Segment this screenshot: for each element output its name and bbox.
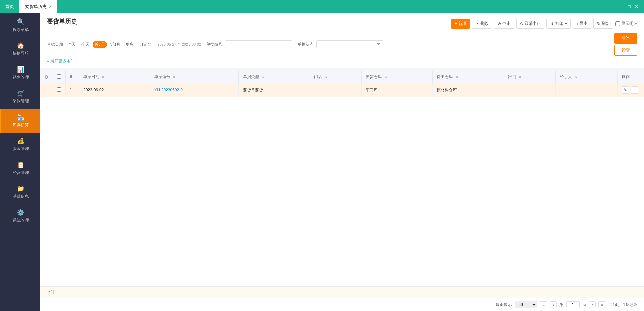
date-btn-yesterday[interactable]: 昨天 <box>66 41 78 48</box>
index-column-header: # <box>66 71 79 83</box>
doc-number-input[interactable] <box>225 40 292 48</box>
column-settings-icon[interactable]: ⚙ <box>44 74 49 80</box>
handler-col-label: 经手人 <box>560 74 572 79</box>
row-edit-button[interactable]: ✎ <box>622 86 629 94</box>
type-sort-icon: ⇅ <box>261 75 264 79</box>
close-window-icon[interactable]: ✕ <box>635 4 639 9</box>
sidebar-item-inventory[interactable]: 🏪 库存核算 <box>0 109 40 133</box>
expand-more[interactable]: ▾ 展开更多条件 <box>47 58 637 64</box>
export-icon: ↑ <box>576 21 578 26</box>
date-btn-today[interactable]: 今天 <box>79 41 91 48</box>
data-table: ⚙ # 单据日期 ⇅ 单据编号 ⇅ <box>40 71 644 97</box>
tab-home[interactable]: 首页 <box>0 0 19 13</box>
doc-status-select[interactable] <box>316 40 383 48</box>
sidebar-label-operations: 经营管理 <box>13 170 29 176</box>
req-warehouse-column-header[interactable]: 要货仓库 ⇅ <box>362 71 433 83</box>
row-index: 1 <box>66 83 79 97</box>
date-filter-label: 单据日期 <box>47 42 63 47</box>
page-unit: 页 <box>582 302 586 308</box>
dept-col-label: 部门 <box>508 74 516 79</box>
stop-button[interactable]: ⊘ 中止 <box>494 19 514 29</box>
date-btn-7days[interactable]: 近7天 <box>93 41 107 48</box>
page-number-input[interactable] <box>566 301 580 308</box>
operations-icon: 📋 <box>17 161 24 169</box>
next-page-button[interactable]: › <box>589 301 596 308</box>
export-button[interactable]: ↑ 导出 <box>573 19 591 29</box>
per-page-select[interactable]: 10 20 50 100 <box>515 301 537 308</box>
row-dept <box>504 83 556 97</box>
first-page-button[interactable]: « <box>540 301 547 308</box>
filter-row: 单据日期 昨天 今天 近7天 近1月 更多 自定义 2023-05-27 至 2… <box>47 33 637 56</box>
doc-number-label: 单据编号 <box>206 42 222 47</box>
last-page-button[interactable]: » <box>598 301 606 308</box>
print-dropdown-icon: ▾ <box>565 21 567 26</box>
date-btn-1month[interactable]: 近1月 <box>108 41 123 48</box>
select-all-checkbox[interactable] <box>57 74 61 79</box>
new-button[interactable]: + 新增 <box>451 19 470 29</box>
doc-status-filter-group: 单据状态 <box>298 40 383 48</box>
table-body: 1 2023-06-02 YH-20230602-0 要货单要货 车间库 原材料… <box>40 83 644 97</box>
row-action: ✎ ⋯ <box>617 83 644 97</box>
expand-icon: ▾ <box>47 59 49 64</box>
tab-requisition-history[interactable]: 要货单历史 ✕ <box>19 0 57 13</box>
req-warehouse-col-label: 要货仓库 <box>366 74 382 79</box>
number-sort-icon: ⇅ <box>173 75 175 79</box>
maximize-icon[interactable]: □ <box>628 4 631 9</box>
sidebar-item-system[interactable]: ⚙️ 系统管理 <box>0 204 40 228</box>
refresh-icon: ↻ <box>597 21 600 26</box>
tab-close-icon[interactable]: ✕ <box>49 5 52 9</box>
sidebar-item-base-info[interactable]: 📁 基础信息 <box>0 180 40 204</box>
row-more-button[interactable]: ⋯ <box>631 86 638 94</box>
row-number[interactable]: YH-20230602-0 <box>150 83 239 97</box>
row-settings-cell <box>40 83 53 97</box>
sidebar-label-sales: 销售管理 <box>13 75 29 80</box>
sidebar-item-sales[interactable]: 📊 销售管理 <box>0 61 40 85</box>
row-checkbox-cell[interactable] <box>53 83 66 97</box>
content-area: 要货单历史 + 新增 ✂ 删除 ⊘ 中止 ⊘ 取消中止 <box>40 13 644 311</box>
sidebar-item-search[interactable]: 🔍 搜索菜单 <box>0 13 40 37</box>
sidebar-label-quick-nav: 快捷导航 <box>13 51 29 56</box>
query-button[interactable]: 查询 <box>614 33 637 44</box>
cancel-stop-button[interactable]: ⊘ 取消中止 <box>516 19 544 29</box>
settings-column-header[interactable]: ⚙ <box>40 71 53 83</box>
sidebar-item-quick-nav[interactable]: 🏠 快捷导航 <box>0 37 40 61</box>
sidebar-item-finance[interactable]: 💰 资金管理 <box>0 133 40 157</box>
dept-column-header[interactable]: 部门 ⇅ <box>504 71 556 83</box>
date-btn-custom[interactable]: 自定义 <box>137 41 153 48</box>
date-btn-more[interactable]: 更多 <box>124 41 136 48</box>
store-col-label: 门店 <box>314 74 322 79</box>
store-column-header[interactable]: 门店 ⇅ <box>310 71 362 83</box>
row-req-warehouse: 车间库 <box>362 83 433 97</box>
doc-status-label: 单据状态 <box>298 42 314 47</box>
pagination-bar: 每页显示 10 20 50 100 « ‹ 第 页 › » 共1页，1条记录 <box>40 298 644 311</box>
sidebar-item-operations[interactable]: 📋 经营管理 <box>0 157 40 180</box>
req-warehouse-sort-icon: ⇅ <box>384 75 387 79</box>
sidebar-item-purchase[interactable]: 🛒 采购管理 <box>0 85 40 109</box>
summary-label: 合计： <box>47 290 59 295</box>
minimize-icon[interactable]: ─ <box>621 4 624 9</box>
dept-sort-icon: ⇅ <box>519 75 521 79</box>
print-button[interactable]: 🖨 打印 ▾ <box>546 19 571 29</box>
query-button-group: 查询 设置 <box>614 33 637 56</box>
pending-warehouse-sort-icon: ⇅ <box>455 75 458 79</box>
page-title: 要货单历史 <box>47 17 77 26</box>
tab-label: 要货单历史 <box>25 4 47 10</box>
refresh-button[interactable]: ↻ 刷新 <box>593 19 613 29</box>
prev-page-button[interactable]: ‹ <box>550 301 557 308</box>
number-column-header[interactable]: 单据编号 ⇅ <box>150 71 239 83</box>
display-detail-checkbox[interactable] <box>615 21 620 26</box>
action-column-header: 操作 <box>617 71 644 83</box>
sidebar: 🔍 搜索菜单 🏠 快捷导航 📊 销售管理 🛒 采购管理 🏪 库存核算 💰 资金管… <box>0 13 40 311</box>
display-detail-label[interactable]: 显示明细 <box>615 21 637 27</box>
date-column-header[interactable]: 单据日期 ⇅ <box>79 71 150 83</box>
pending-warehouse-column-header[interactable]: 待出仓库 ⇅ <box>433 71 504 83</box>
delete-button[interactable]: ✂ 删除 <box>472 19 492 29</box>
sidebar-label-base-info: 基础信息 <box>13 194 29 199</box>
handler-column-header[interactable]: 经手人 ⇅ <box>556 71 617 83</box>
cancel-stop-icon: ⊘ <box>520 21 523 26</box>
settings-filter-button[interactable]: 设置 <box>614 45 637 56</box>
type-column-header[interactable]: 单据类型 ⇅ <box>238 71 310 83</box>
row-checkbox[interactable] <box>57 87 61 92</box>
sidebar-label-finance: 资金管理 <box>13 146 29 152</box>
date-sort-icon: ⇅ <box>102 75 104 79</box>
